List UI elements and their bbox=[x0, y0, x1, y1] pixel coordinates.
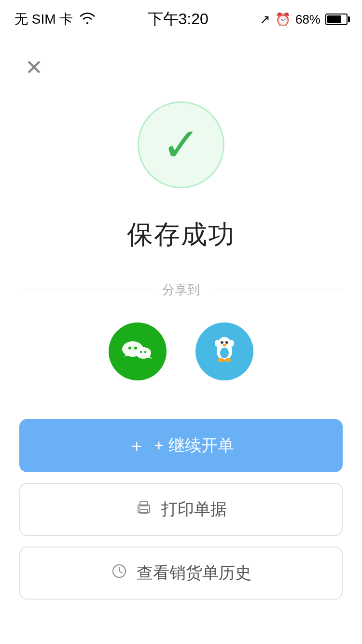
success-icon-wrap: ✓ bbox=[138, 101, 224, 188]
print-icon bbox=[135, 499, 153, 520]
svg-point-3 bbox=[134, 347, 137, 350]
actions-col: ＋ + 继续开单 打印单据 查看销货单历史 bbox=[19, 419, 343, 600]
share-divider: 分享到 bbox=[19, 281, 343, 298]
wechat-icon bbox=[120, 336, 155, 366]
close-icon: ✕ bbox=[25, 57, 43, 78]
close-button[interactable]: ✕ bbox=[19, 53, 48, 82]
wechat-share-button[interactable] bbox=[109, 322, 167, 380]
share-icons-row bbox=[109, 322, 253, 380]
battery-fill bbox=[327, 15, 341, 23]
qq-share-button[interactable] bbox=[195, 322, 253, 380]
qq-circle bbox=[195, 322, 253, 380]
battery-percent: 68% bbox=[295, 12, 320, 27]
alarm-icon: ⏰ bbox=[275, 12, 291, 27]
svg-point-5 bbox=[144, 351, 146, 353]
time-display: 下午3:20 bbox=[148, 9, 209, 30]
qq-icon bbox=[209, 336, 240, 367]
wifi-icon bbox=[79, 12, 96, 28]
svg-point-15 bbox=[223, 344, 226, 347]
svg-point-13 bbox=[222, 341, 223, 342]
continue-label: + 继续开单 bbox=[154, 434, 234, 457]
status-right: ↗ ⏰ 68% bbox=[260, 12, 348, 27]
status-bar: 无 SIM 卡 下午3:20 ↗ ⏰ 68% bbox=[0, 0, 362, 39]
svg-point-16 bbox=[215, 340, 220, 347]
checkmark-icon: ✓ bbox=[162, 122, 200, 168]
svg-point-11 bbox=[221, 341, 223, 344]
battery-bar bbox=[325, 14, 348, 25]
history-label: 查看销货单历史 bbox=[137, 562, 251, 584]
svg-point-14 bbox=[227, 341, 228, 342]
close-btn-row: ✕ bbox=[19, 39, 343, 101]
wechat-circle bbox=[109, 322, 167, 380]
svg-point-23 bbox=[139, 507, 140, 508]
continue-button[interactable]: ＋ + 继续开单 bbox=[19, 419, 343, 472]
svg-point-10 bbox=[220, 348, 229, 358]
main-content: ✕ ✓ 保存成功 分享到 bbox=[0, 39, 362, 644]
svg-point-18 bbox=[218, 358, 224, 362]
divider-line-left bbox=[19, 290, 153, 290]
history-icon bbox=[111, 562, 128, 584]
svg-point-19 bbox=[224, 358, 231, 362]
history-button[interactable]: 查看销货单历史 bbox=[19, 546, 343, 600]
svg-point-2 bbox=[128, 347, 131, 350]
carrier-text: 无 SIM 卡 bbox=[14, 10, 73, 28]
plus-icon: ＋ bbox=[128, 434, 145, 458]
svg-point-12 bbox=[225, 341, 228, 344]
divider-line-right bbox=[209, 290, 343, 290]
success-title: 保存成功 bbox=[127, 217, 235, 252]
svg-point-17 bbox=[229, 340, 234, 347]
share-label: 分享到 bbox=[162, 281, 200, 298]
svg-point-4 bbox=[140, 351, 142, 353]
print-label: 打印单据 bbox=[161, 498, 227, 520]
status-left: 无 SIM 卡 bbox=[14, 10, 96, 28]
location-icon: ↗ bbox=[260, 12, 270, 27]
print-button[interactable]: 打印单据 bbox=[19, 483, 343, 536]
